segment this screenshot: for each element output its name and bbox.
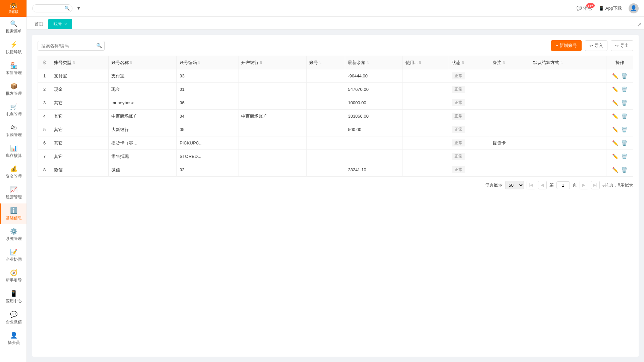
row-note [490, 150, 530, 163]
sidebar-item-label: 应用中心 [6, 298, 22, 304]
delete-icon[interactable]: 🗑️ [621, 113, 628, 119]
sidebar-item-search[interactable]: 🔍 搜索菜单 [0, 17, 26, 38]
tab-home[interactable]: 首页 [30, 19, 48, 29]
sidebar-item-member[interactable]: 👤 畅会员 [0, 328, 26, 349]
per-page-select[interactable]: 50 100 200 [505, 181, 524, 189]
export-button[interactable]: ↪ 导出 [611, 40, 633, 51]
col-settlement[interactable]: 默认结算方式⇅ [530, 56, 606, 69]
maximize-icon[interactable]: ⤢ [637, 21, 641, 28]
tab-close-icon[interactable]: ✕ [64, 22, 67, 26]
search-icon[interactable]: 🔍 [96, 43, 102, 48]
row-no: 1 [38, 69, 51, 83]
pagination-bar: 每页显示 50 100 200 |◀ ◀ 第 页 ▶ ▶| 共1页，8条记录 [38, 177, 633, 189]
row-no: 7 [38, 150, 51, 163]
add-account-button[interactable]: + 新增账号 [551, 40, 582, 51]
sidebar-item-appcenter[interactable]: 📱 应用中心 [0, 287, 26, 307]
col-type-label: 账号类型 [54, 60, 71, 66]
sidebar-item-finance[interactable]: 💰 资金管理 [0, 162, 26, 183]
page-input[interactable] [556, 181, 570, 189]
sidebar-item-label: 新手引导 [6, 278, 22, 283]
app-download-button[interactable]: 📱 App下载 [599, 5, 622, 11]
col-bank[interactable]: 开户银行⇅ [238, 56, 306, 69]
row-name: 中百商场账户 [109, 110, 177, 123]
sidebar-item-shortcut[interactable]: ⚡ 快捷导航 [0, 38, 26, 58]
row-status: 正常 [449, 96, 490, 110]
row-no: 4 [38, 110, 51, 123]
sidebar-item-wechat[interactable]: 💬 企业微信 [0, 307, 26, 328]
col-account[interactable]: 账号⇅ [306, 56, 345, 69]
app-logo: 🐯 乐账版 [0, 0, 26, 17]
page-last-button[interactable]: ▶| [591, 181, 600, 189]
logo-icon: 🐯 [10, 2, 17, 10]
delete-icon[interactable]: 🗑️ [621, 167, 628, 173]
row-name: 零售抵现 [109, 150, 177, 163]
logo-text: 乐账版 [8, 10, 18, 14]
page-first-button[interactable]: |◀ [527, 181, 535, 189]
content-area: 🔍 + 新增账号 ↩ 导入 ↪ 导出 [27, 29, 644, 362]
minimize-icon[interactable]: — [630, 22, 635, 28]
avatar[interactable]: 👤 [629, 3, 639, 13]
delete-icon[interactable]: 🗑️ [621, 154, 628, 160]
col-note[interactable]: 备注⇅ [490, 56, 530, 69]
row-settlement [530, 83, 606, 96]
edit-icon[interactable]: ✏️ [612, 167, 619, 173]
row-settlement [530, 123, 606, 136]
row-status: 正常 [449, 83, 490, 96]
col-usage[interactable]: 使用...⇅ [402, 56, 449, 69]
col-type[interactable]: 账号类型⇅ [51, 56, 109, 69]
edit-icon[interactable]: ✏️ [612, 140, 619, 146]
row-bank [238, 136, 306, 150]
edit-icon[interactable]: ✏️ [612, 100, 619, 106]
settings-gear-icon[interactable]: ⚙ [41, 59, 48, 66]
row-type: 其它 [51, 136, 109, 150]
col-balance[interactable]: 最新余额⇅ [345, 56, 402, 69]
page-next-button[interactable]: ▶ [580, 181, 588, 189]
sidebar-item-wholesale[interactable]: 📦 批发管理 [0, 79, 26, 100]
sidebar-item-inventory[interactable]: 📊 库存核算 [0, 141, 26, 162]
message-button[interactable]: 💬 消息 99+ [577, 5, 592, 11]
sidebar-item-operation[interactable]: 📈 经营管理 [0, 183, 26, 203]
sidebar-item-basic[interactable]: ℹ️ 基础信息 [0, 203, 26, 224]
sidebar-item-purchase[interactable]: 🛍 采购管理 [0, 121, 26, 141]
export-icon: ↪ [615, 43, 619, 48]
sidebar-item-ecommerce[interactable]: 🛒 电商管理 [0, 100, 26, 121]
delete-icon[interactable]: 🗑️ [621, 140, 628, 146]
sidebar-item-guide[interactable]: 🧭 新手引导 [0, 266, 26, 287]
edit-icon[interactable]: ✏️ [612, 73, 619, 79]
col-status[interactable]: 状态⇅ [449, 56, 490, 69]
delete-icon[interactable]: 🗑️ [621, 127, 628, 133]
sidebar-item-retail[interactable]: 🏪 零售管理 [0, 58, 26, 79]
page-prev-button[interactable]: ◀ [538, 181, 547, 189]
row-op: ✏️ 🗑️ [606, 163, 633, 177]
edit-icon[interactable]: ✏️ [612, 127, 619, 133]
sort-icon: ⇅ [419, 61, 421, 64]
col-code[interactable]: 账号编码⇅ [177, 56, 238, 69]
row-account [306, 123, 345, 136]
sort-icon: ⇅ [502, 61, 505, 64]
edit-icon[interactable]: ✏️ [612, 154, 619, 160]
topbar-search-icon[interactable]: 🔍 [64, 6, 70, 11]
row-account [306, 96, 345, 110]
row-bank [238, 150, 306, 163]
row-no: 5 [38, 123, 51, 136]
row-balance: 28241.10 [345, 163, 402, 177]
tab-account[interactable]: 账号 ✕ [48, 19, 72, 29]
edit-icon[interactable]: ✏️ [612, 113, 619, 119]
import-button[interactable]: ↩ 导入 [585, 40, 607, 51]
edit-icon[interactable]: ✏️ [612, 86, 619, 93]
search-input[interactable] [38, 41, 105, 51]
page-suffix: 页 [573, 182, 577, 188]
row-name: 大新银行 [109, 123, 177, 136]
sidebar-item-system[interactable]: ⚙️ 系统管理 [0, 224, 26, 245]
col-name[interactable]: 账号名称⇅ [109, 56, 177, 69]
delete-icon[interactable]: 🗑️ [621, 100, 628, 106]
delete-icon[interactable]: 🗑️ [621, 73, 628, 79]
topbar-dropdown[interactable]: ▼ [76, 6, 81, 11]
row-usage [402, 163, 449, 177]
search-wrap: 🔍 [38, 41, 105, 51]
sidebar: 🐯 乐账版 🔍 搜索菜单 ⚡ 快捷导航 🏪 零售管理 📦 批发管理 🛒 电商管理… [0, 0, 27, 362]
delete-icon[interactable]: 🗑️ [621, 86, 628, 93]
system-icon: ⚙️ [10, 228, 17, 235]
sidebar-item-agreement[interactable]: 📝 企业协同 [0, 245, 26, 266]
row-usage [402, 69, 449, 83]
